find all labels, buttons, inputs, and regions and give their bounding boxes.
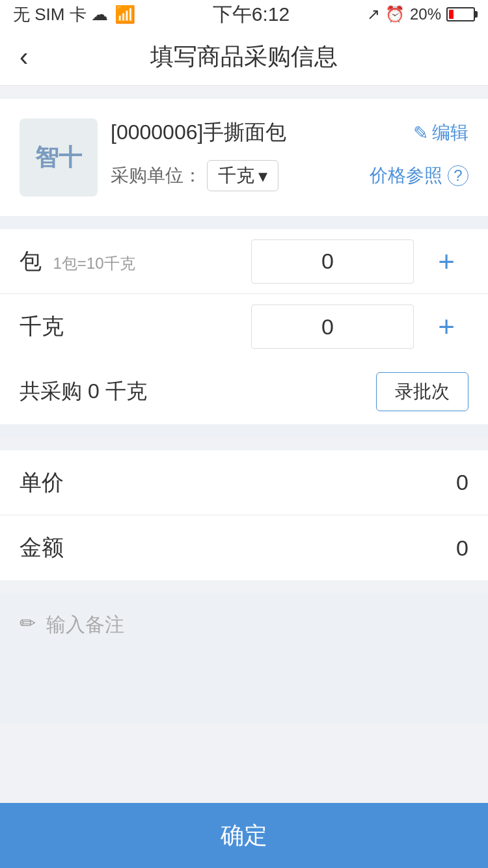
- status-time: 下午6:12: [213, 1, 290, 28]
- bao-sublabel: 1包=10千克: [53, 254, 135, 272]
- remark-placeholder: 输入备注: [46, 612, 124, 638]
- battery-fill: [449, 10, 454, 19]
- edit-icon: ✎: [413, 122, 428, 144]
- nav-bar: ‹ 填写商品采购信息: [0, 29, 488, 86]
- alarm-icon: ⏰: [385, 5, 405, 23]
- kg-input-row: 千克 +: [0, 294, 488, 359]
- pencil-icon: ✏: [20, 612, 36, 634]
- remark-section[interactable]: ✏ 输入备注: [0, 593, 488, 724]
- kg-label: 千克: [20, 312, 98, 342]
- bao-input-wrap: +: [135, 239, 468, 284]
- status-right: ↗ ⏰ 20%: [367, 5, 475, 23]
- confirm-button[interactable]: 确定: [0, 803, 488, 868]
- summary-text: 共采购 0 千克: [20, 377, 147, 406]
- product-image: 智十: [20, 118, 98, 197]
- bottom-padding: [0, 724, 488, 789]
- chevron-down-icon: ▾: [258, 165, 267, 187]
- wifi-icon: 📶: [115, 5, 135, 25]
- input-section: 包 1包=10千克 + 千克 +: [0, 229, 488, 359]
- battery-percent: 20%: [410, 5, 441, 23]
- bao-plus-button[interactable]: +: [424, 239, 468, 284]
- bao-label: 包 1包=10千克: [20, 247, 135, 277]
- product-info: [0000006]手撕面包 ✎ 编辑 采购单位： 千克 ▾ 价格参照 ?: [111, 118, 468, 191]
- page-title: 填写商品采购信息: [150, 41, 338, 73]
- price-ref-button[interactable]: 价格参照 ?: [370, 163, 468, 188]
- kg-plus-button[interactable]: +: [424, 305, 468, 349]
- price-ref-label: 价格参照: [370, 163, 442, 188]
- product-logo-text: 智十: [35, 142, 82, 174]
- back-button[interactable]: ‹: [20, 42, 28, 72]
- status-bar: 无 SIM 卡 ☁ 📶 下午6:12 ↗ ⏰ 20%: [0, 0, 488, 29]
- product-name-row: [0000006]手撕面包 ✎ 编辑: [111, 118, 468, 147]
- amount-value: 0: [456, 536, 468, 561]
- status-left: 无 SIM 卡 ☁ 📶: [13, 3, 135, 26]
- kg-input[interactable]: [251, 305, 414, 349]
- price-section: 单价 0 金额 0: [0, 450, 488, 580]
- bao-input-row: 包 1包=10千克 +: [0, 229, 488, 294]
- unit-price-value: 0: [456, 470, 468, 495]
- unit-price-label: 单价: [20, 468, 64, 498]
- help-icon: ?: [448, 165, 468, 186]
- unit-label: 采购单位：: [111, 163, 202, 188]
- location-icon: ↗: [367, 5, 380, 23]
- edit-label: 编辑: [432, 120, 468, 145]
- product-card: 智十 [0000006]手撕面包 ✎ 编辑 采购单位： 千克 ▾ 价格参照 ?: [0, 99, 488, 216]
- section-divider-1: [0, 216, 488, 229]
- kg-input-wrap: +: [98, 305, 468, 349]
- unit-price-row: 单价 0: [0, 450, 488, 515]
- section-divider-2: [0, 424, 488, 437]
- product-name: [0000006]手撕面包: [111, 118, 286, 147]
- sim-label: 无 SIM 卡 ☁: [13, 3, 108, 26]
- unit-value: 千克: [218, 163, 254, 188]
- battery-icon: [446, 7, 475, 21]
- unit-row: 采购单位： 千克 ▾ 价格参照 ?: [111, 160, 468, 191]
- amount-row: 金额 0: [0, 515, 488, 580]
- unit-select[interactable]: 千克 ▾: [207, 160, 278, 191]
- batch-button[interactable]: 录批次: [376, 372, 468, 411]
- summary-row: 共采购 0 千克 录批次: [0, 359, 488, 424]
- bao-input[interactable]: [251, 239, 414, 284]
- edit-button[interactable]: ✎ 编辑: [413, 120, 468, 145]
- amount-label: 金额: [20, 533, 64, 563]
